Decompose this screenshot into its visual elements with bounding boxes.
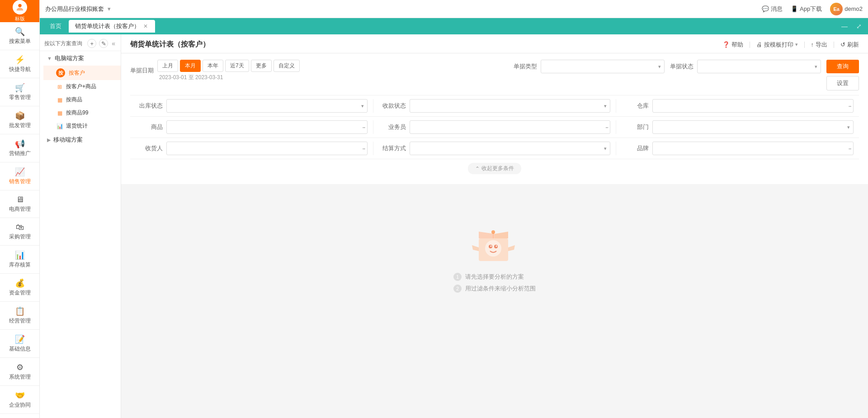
- purchase-icon: 🛍: [2, 223, 38, 232]
- main-area: 办公用品行业模拟账套 ▾ 💬 消息 📱 App下载 Ea demo2 首页: [40, 0, 868, 418]
- sidebar-item-enterprise[interactable]: 🤝 企业协同: [0, 386, 39, 414]
- sidebar-item-sales-mgmt[interactable]: 📈 销售管理: [0, 162, 39, 190]
- content-area: 按以下方案查询 + ✎ « ▼ 电脑端方案 按 按客户: [40, 34, 868, 418]
- sidebar-item-finance[interactable]: 💰 资金管理: [0, 274, 39, 302]
- salesperson-input[interactable]: [410, 120, 611, 134]
- salesperson-dots-btn[interactable]: ···: [605, 124, 608, 131]
- brand-dots-btn[interactable]: ···: [848, 145, 851, 152]
- receiver-dots-btn[interactable]: ···: [362, 145, 365, 152]
- date-btn-more[interactable]: 更多: [251, 60, 272, 72]
- print-label: 按模板打印: [764, 41, 793, 49]
- search-icon: 🔍: [2, 27, 38, 37]
- leaf-label: 退货统计: [66, 122, 88, 130]
- sidebar-item-purchase-mgmt[interactable]: 🛍 采购管理: [0, 218, 39, 246]
- operations-icon: 📋: [2, 306, 38, 316]
- tab-close-icon[interactable]: ✕: [142, 23, 149, 29]
- warehouse-input[interactable]: [652, 99, 854, 113]
- user-profile[interactable]: Ea demo2: [830, 3, 863, 15]
- mobile-section: ▶ 移动端方案: [40, 133, 121, 147]
- desktop-section-header[interactable]: ▼ 电脑端方案: [40, 51, 121, 66]
- sidebar-item-label: 采购管理: [2, 233, 38, 241]
- print-icon: 🖨: [756, 41, 762, 48]
- sidebar-item-quick-nav[interactable]: ⚡ 快捷导航: [0, 50, 39, 78]
- settings-btn[interactable]: 设置: [826, 76, 859, 90]
- collapse-panel-btn[interactable]: «: [111, 39, 116, 48]
- out-status-select[interactable]: [166, 99, 368, 113]
- sidebar-item-wholesale-mgmt[interactable]: 📦 批发管理: [0, 106, 39, 134]
- leaf-grid-icon: ⊞: [56, 83, 63, 90]
- svg-point-2: [485, 240, 501, 256]
- sidebar-item-search-menu[interactable]: 🔍 搜索菜单: [0, 22, 39, 50]
- receiver-input[interactable]: [166, 142, 368, 155]
- sidebar: 标版 🔍 搜索菜单 ⚡ 快捷导航 🛒 零售管理 📦 批发管理 📢 营销推广 📈 …: [0, 0, 40, 418]
- tab-sales-stats[interactable]: 销货单统计表（按客户） ✕: [69, 20, 155, 33]
- export-btn[interactable]: ↑ 导出: [811, 41, 828, 49]
- tree-leaf-by-customer[interactable]: 按 按客户: [43, 66, 121, 80]
- tabbar: 首页 销货单统计表（按客户） ✕ — ⤢: [40, 18, 868, 34]
- left-panel-title: 按以下方案查询: [44, 40, 82, 48]
- help-btn[interactable]: ❓ 帮助: [722, 41, 743, 49]
- sidebar-item-label: 资金管理: [2, 289, 38, 297]
- leaf-label: 按商品99: [66, 109, 88, 117]
- sales-icon: 📈: [2, 167, 38, 177]
- print-btn[interactable]: 🖨 按模板打印 ▾: [756, 41, 798, 49]
- sidebar-item-operations[interactable]: 📋 经营管理: [0, 302, 39, 330]
- app-download-action[interactable]: 📱 App下载: [791, 5, 822, 13]
- leaf-chart-icon: 📊: [56, 123, 63, 130]
- app-download-icon: 📱: [791, 5, 798, 12]
- svg-point-5: [491, 246, 492, 247]
- sidebar-item-ecommerce[interactable]: 🖥 电商管理: [0, 190, 39, 218]
- date-btn-custom[interactable]: 自定义: [274, 60, 300, 72]
- tree-leaf-by-customer-product[interactable]: ⊞ 按客户+商品: [43, 80, 121, 93]
- edit-scheme-btn[interactable]: ✎: [99, 39, 108, 48]
- refresh-label: 刷新: [847, 41, 859, 49]
- topbar-left: 办公用品行业模拟账套 ▾: [45, 5, 111, 13]
- payment-method-select[interactable]: [410, 142, 611, 155]
- refresh-btn[interactable]: ↺ 刷新: [840, 41, 859, 49]
- sidebar-item-basic-info[interactable]: 📝 基础信息: [0, 330, 39, 358]
- product-dots-btn[interactable]: ···: [362, 124, 365, 131]
- help-label: 帮助: [731, 41, 743, 49]
- message-action[interactable]: 💬 消息: [762, 5, 783, 13]
- doc-type-select[interactable]: [541, 60, 665, 73]
- brand-input[interactable]: [652, 142, 854, 155]
- sidebar-item-retail-mgmt[interactable]: 🛒 零售管理: [0, 78, 39, 106]
- sidebar-item-label: 库存核算: [2, 261, 38, 269]
- tab-minimize-btn[interactable]: —: [839, 21, 850, 32]
- add-scheme-btn[interactable]: +: [87, 39, 96, 48]
- date-btn-last-month[interactable]: 上月: [157, 60, 178, 72]
- filter-area: 单据日期 上月 本月 本年 近7天 更多 自定义 2023-03-01 至 20…: [121, 53, 868, 184]
- sidebar-item-label: 营销推广: [2, 150, 38, 157]
- sidebar-item-marketing[interactable]: 📢 营销推广: [0, 134, 39, 162]
- sidebar-item-onboarding[interactable]: 🎯 新手引导: [0, 414, 39, 418]
- ecommerce-icon: 🖥: [2, 195, 38, 204]
- app-title-dropdown[interactable]: ▾: [108, 5, 111, 12]
- product-input[interactable]: [166, 120, 368, 134]
- collapse-more-btn[interactable]: ⌃ 收起更多条件: [468, 163, 521, 174]
- warehouse-dots-btn[interactable]: ···: [848, 102, 851, 109]
- logo-icon: [13, 0, 27, 14]
- payment-status-select[interactable]: [410, 99, 611, 113]
- query-btn[interactable]: 查询: [826, 60, 859, 73]
- sidebar-item-label: 基础信息: [2, 345, 38, 353]
- tab-expand-btn[interactable]: ⤢: [854, 21, 864, 32]
- sidebar-item-system-mgmt[interactable]: ⚙ 系统管理: [0, 358, 39, 386]
- export-icon: ↑: [811, 41, 814, 48]
- tab-home[interactable]: 首页: [43, 20, 68, 33]
- doc-status-select[interactable]: [697, 60, 821, 73]
- leaf-label: 按客户: [69, 69, 85, 77]
- topbar-right: 💬 消息 📱 App下载 Ea demo2: [762, 3, 863, 15]
- tree-leaf-by-product-99[interactable]: ▦ 按商品99: [43, 106, 121, 119]
- doc-status-label: 单据状态: [670, 62, 693, 71]
- date-btn-this-year[interactable]: 本年: [203, 60, 223, 72]
- tip-num-2: 2: [453, 285, 462, 293]
- mobile-section-header[interactable]: ▶ 移动端方案: [40, 133, 121, 147]
- sidebar-item-label: 零售管理: [2, 94, 38, 101]
- tree-leaf-by-product[interactable]: ▦ 按商品: [43, 93, 121, 106]
- left-panel-actions: + ✎ «: [87, 39, 116, 48]
- date-btn-last-7-days[interactable]: 近7天: [225, 60, 249, 72]
- tree-leaf-return-stats[interactable]: 📊 退货统计: [43, 119, 121, 133]
- date-btn-this-month[interactable]: 本月: [180, 60, 201, 72]
- department-select[interactable]: [652, 120, 854, 134]
- sidebar-item-inventory[interactable]: 📊 库存核算: [0, 246, 39, 274]
